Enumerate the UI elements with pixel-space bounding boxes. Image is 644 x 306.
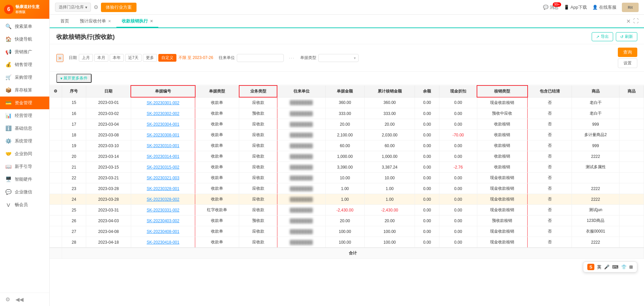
td-settings xyxy=(50,151,62,162)
td-bill-no[interactable]: SK-20230304-001 xyxy=(131,119,195,130)
filter-settings-button[interactable]: 设置 xyxy=(618,58,637,68)
table-row: 24 2023-03-28 SK-20230328-002 收款单 应收款 ██… xyxy=(50,194,644,205)
keyboard-icon[interactable]: ⌨ xyxy=(612,264,619,269)
column-settings-icon[interactable]: ⚙ xyxy=(54,89,57,94)
td-goods2 xyxy=(620,162,644,173)
sidebar-item-finance[interactable]: 💳 资金管理 xyxy=(0,97,49,109)
th-biz-type: 业务类型 xyxy=(239,85,277,97)
td-amount: 1.00 xyxy=(325,183,364,194)
date-7days[interactable]: 近7天 xyxy=(125,54,142,62)
td-include-cleared: 否 xyxy=(528,226,572,237)
avatar[interactable]: Rit xyxy=(622,3,639,12)
tab-writeoff[interactable]: 收款核销执行 ✕ xyxy=(116,15,158,27)
th-settings[interactable]: ⚙ xyxy=(50,85,62,97)
td-writeoff-amount: -2,430.00 xyxy=(364,205,415,216)
td-no: 24 xyxy=(62,194,86,205)
td-settings xyxy=(50,237,62,248)
collapse-icon[interactable]: ◀◀ xyxy=(15,296,23,303)
td-biz-type: 应收款 xyxy=(239,130,277,140)
message-button[interactable]: 💬 消息 99+ xyxy=(543,4,558,10)
settings-icon[interactable]: ⚙ xyxy=(94,4,98,10)
date-more[interactable]: 更多 xyxy=(143,54,157,62)
td-date: 2023-04-03 xyxy=(86,216,131,226)
app-download-button[interactable]: 📱 App下载 xyxy=(564,4,587,10)
td-unit: ████████ xyxy=(277,97,325,108)
sidebar-item-purchase[interactable]: 🛒 采购管理 xyxy=(0,71,49,84)
td-bill-no[interactable]: SK-20230408-001 xyxy=(131,226,195,237)
query-button[interactable]: 查询 xyxy=(618,48,637,57)
tab-preorder[interactable]: 预计应收付单 ✕ xyxy=(74,15,116,27)
export-button[interactable]: ↗ 导出 xyxy=(592,32,613,41)
td-bill-type: 收款单 xyxy=(195,194,239,205)
date-custom[interactable]: 自定义 xyxy=(158,54,176,62)
grid-icon[interactable]: ⊞ xyxy=(629,264,633,269)
td-settings xyxy=(50,183,62,194)
sidebar-item-guide[interactable]: 📖 新手引导 xyxy=(0,160,49,173)
sidebar-item-corp[interactable]: 🤝 企业协同 xyxy=(0,147,49,160)
wechat-icon: 💬 xyxy=(5,189,11,195)
date-this-month[interactable]: 本月 xyxy=(94,54,108,62)
td-goods: 老白干 xyxy=(572,97,620,108)
sidebar-nav: 🔍 搜索菜单 🏠 快捷导航 📢 营销推广 💰 销售管理 🛒 采购管理 📦 库存核… xyxy=(0,19,49,293)
filter-toggle-button[interactable]: » xyxy=(56,54,63,62)
tab-home[interactable]: 首页 xyxy=(55,15,74,27)
td-bill-no[interactable]: SK-20230310-001 xyxy=(131,140,195,151)
date-range-text: 不限 至 2023-07-26 xyxy=(178,55,213,61)
td-no: 19 xyxy=(62,140,86,151)
td-bill-no[interactable]: SK-20230302-002 xyxy=(131,108,195,119)
table-row: 16 2023-03-02 SK-20230302-002 收款单 预收款 ██… xyxy=(50,108,644,119)
sidebar-item-hardware[interactable]: 🖥️ 智能硬件 xyxy=(0,173,49,186)
tab-writeoff-close[interactable]: ✕ xyxy=(150,19,153,23)
table-header-row: ⚙ 序号 日期 单据编号 单据类型 业务类型 往来单位 单据金额 累计核销金额 … xyxy=(50,85,644,97)
sidebar-item-quick[interactable]: 🏠 快捷导航 xyxy=(0,33,49,46)
th-date: 日期 xyxy=(86,85,131,97)
unit-input[interactable] xyxy=(237,54,284,62)
td-bill-no[interactable]: SK-20230328-001 xyxy=(131,183,195,194)
table-section: ⚙ 序号 日期 单据编号 单据类型 业务类型 往来单位 单据金额 累计核销金额 … xyxy=(50,85,644,306)
td-unit: ████████ xyxy=(277,205,325,216)
expand-more-button[interactable]: ▾ 展开更多条件 xyxy=(56,74,92,83)
topbar: 选择门店/仓库 ▾ ⚙ 体验行业方案 💬 消息 99+ 📱 App下载 👤 在线… xyxy=(50,0,644,15)
td-goods xyxy=(572,173,620,183)
td-bill-no[interactable]: SK-20230331-002 xyxy=(131,205,195,216)
shirt-icon[interactable]: 👕 xyxy=(621,264,627,269)
expand-icon[interactable]: ⛶ xyxy=(633,18,639,24)
sidebar-item-basic[interactable]: ℹ️ 基础信息 xyxy=(0,122,49,135)
sidebar-logo: 6 畅康道好生意 标推版 xyxy=(0,0,49,19)
sidebar-item-wechat[interactable]: 💬 企业微信 xyxy=(0,186,49,198)
td-bill-no[interactable]: SK-20230308-001 xyxy=(131,130,195,140)
td-bill-no[interactable]: SK-20230418-001 xyxy=(131,237,195,248)
td-include-cleared: 否 xyxy=(528,237,572,248)
td-goods: 测试多属性 xyxy=(572,162,620,173)
sidebar-item-member[interactable]: V 畅会员 xyxy=(0,198,49,211)
date-buttons: 上月 本月 本年 近7天 更多 自定义 xyxy=(79,54,176,62)
online-service-button[interactable]: 👤 在线客服 xyxy=(592,4,616,10)
sidebar-item-search[interactable]: 🔍 搜索菜单 xyxy=(0,20,49,33)
sidebar-item-system[interactable]: ⚙️ 系统管理 xyxy=(0,135,49,147)
mic-icon[interactable]: 🎤 xyxy=(604,264,609,269)
td-bill-no[interactable]: SK-20230301-002 xyxy=(131,97,195,108)
sidebar-item-label: 智能硬件 xyxy=(15,176,32,182)
td-bill-no[interactable]: SK-20230328-002 xyxy=(131,194,195,205)
th-bill-type: 单据类型 xyxy=(195,85,239,97)
td-goods2 xyxy=(620,216,644,226)
solution-button[interactable]: 体验行业方案 xyxy=(101,3,137,12)
td-amount: 60.00 xyxy=(325,140,364,151)
sidebar-item-operation[interactable]: 📊 经营管理 xyxy=(0,109,49,122)
sidebar-item-marketing[interactable]: 📢 营销推广 xyxy=(0,46,49,58)
td-bill-no[interactable]: SK-20230315-002 xyxy=(131,162,195,173)
td-bill-no[interactable]: SK-20230321-003 xyxy=(131,173,195,183)
receipt-type-select[interactable] xyxy=(318,54,359,62)
tab-preorder-close[interactable]: ✕ xyxy=(108,19,111,23)
close-all-icon[interactable]: ✕ xyxy=(626,18,631,24)
td-bill-type: 收款单 xyxy=(195,151,239,162)
date-this-year[interactable]: 本年 xyxy=(110,54,124,62)
refresh-button[interactable]: ↺ 刷新 xyxy=(616,32,637,41)
td-bill-no[interactable]: SK-20230314-001 xyxy=(131,151,195,162)
td-bill-no[interactable]: SK-20230403-002 xyxy=(131,216,195,226)
date-prev-month[interactable]: 上月 xyxy=(79,54,93,62)
sidebar-item-sales[interactable]: 💰 销售管理 xyxy=(0,58,49,71)
sidebar-item-inventory[interactable]: 📦 库存核算 xyxy=(0,84,49,97)
store-selector[interactable]: 选择门店/仓库 ▾ xyxy=(55,3,91,12)
settings-footer-icon[interactable]: ⚙ xyxy=(5,296,10,303)
